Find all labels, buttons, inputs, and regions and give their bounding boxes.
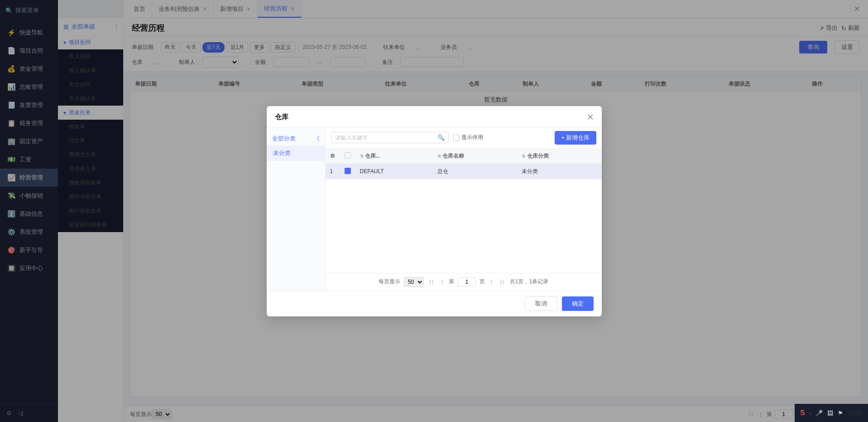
- tray-dot-icon: ·: [810, 410, 811, 417]
- tray-mic-icon: 🎤: [815, 410, 823, 417]
- modal-header: 仓库 ✕: [267, 106, 602, 127]
- modal-page-unit: 页: [480, 278, 485, 286]
- modal-first-page[interactable]: ⟨⟨: [427, 278, 436, 286]
- search-box: 🔍: [331, 132, 449, 143]
- warehouse-table-scroll: ⚙ ⇅ 仓库... ⇅: [326, 149, 602, 273]
- table-toolbar: 🔍 显示停用 + 新增仓库: [326, 127, 602, 149]
- modal-per-page-select[interactable]: 50: [404, 277, 424, 287]
- row-code: DEFAULT: [355, 164, 433, 179]
- show-disabled-checkbox[interactable]: [453, 135, 460, 141]
- category-panel: 全部分类 《 未分类: [267, 127, 326, 291]
- category-list: 未分类: [267, 146, 325, 161]
- modal-close-btn[interactable]: ✕: [587, 112, 594, 122]
- category-item-uncategorized[interactable]: 未分类: [267, 146, 325, 161]
- warehouse-row-1[interactable]: 1 DEFAULT 总仓 未分类: [326, 164, 602, 179]
- tray-flag-icon: ⚑: [838, 410, 843, 417]
- modal-title: 仓库: [275, 113, 288, 121]
- table-panel: 🔍 显示停用 + 新增仓库 ⚙: [326, 127, 602, 291]
- warehouse-modal: 仓库 ✕ 全部分类 《 未分类: [267, 106, 602, 316]
- col-warehouse-category: ⇅ 仓库分类: [517, 149, 601, 164]
- modal-footer: 取消 确定: [267, 291, 602, 316]
- modal-page-input[interactable]: [458, 277, 476, 286]
- warehouse-search-input[interactable]: [335, 135, 435, 141]
- warehouse-table: ⚙ ⇅ 仓库... ⇅: [326, 149, 602, 179]
- modal-pagination: 每页显示 50 ⟨⟨ ⟨ 第 页 ⟩ ⟩⟩ 共1页，1条记录: [326, 273, 602, 291]
- col-gear: ⚙: [326, 149, 340, 164]
- modal-per-page-label: 每页显示: [379, 278, 400, 286]
- row-index: 1: [326, 164, 340, 179]
- modal-overlay: 仓库 ✕ 全部分类 《 未分类: [0, 0, 868, 422]
- modal-prev-page[interactable]: ⟨: [439, 278, 445, 286]
- show-disabled-label[interactable]: 显示停用: [453, 134, 483, 141]
- modal-next-page[interactable]: ⟩: [489, 278, 494, 286]
- row-name: 总仓: [433, 164, 517, 179]
- col-warehouse-name: ⇅ 仓库名称: [433, 149, 517, 164]
- tray-s-icon: S: [800, 409, 805, 417]
- gear-icon[interactable]: ⚙: [330, 153, 335, 159]
- modal-total: 共1页，1条记录: [510, 278, 548, 286]
- search-icon[interactable]: 🔍: [437, 134, 445, 141]
- select-all-checkbox[interactable]: [345, 152, 351, 159]
- modal-page-label: 第: [449, 278, 454, 286]
- col-warehouse-code: ⇅ 仓库...: [355, 149, 433, 164]
- col-check: [340, 149, 355, 164]
- add-warehouse-btn[interactable]: + 新增仓库: [555, 131, 596, 145]
- category-collapse-icon[interactable]: 《: [314, 135, 320, 143]
- all-category-label: 全部分类: [272, 135, 296, 143]
- modal-body: 全部分类 《 未分类 🔍: [267, 127, 602, 291]
- row-checkbox: [340, 164, 355, 179]
- cancel-button[interactable]: 取消: [525, 296, 557, 311]
- system-time: 17:52: [848, 410, 863, 417]
- tray-img-icon: 🖼: [827, 410, 833, 417]
- row-select-checkbox[interactable]: [345, 168, 351, 174]
- confirm-button[interactable]: 确定: [562, 296, 594, 311]
- category-header[interactable]: 全部分类 《: [267, 132, 325, 146]
- modal-last-page[interactable]: ⟩⟩: [498, 278, 506, 286]
- system-tray: S · 🎤 🖼 ⚑ 17:52: [795, 404, 868, 422]
- row-category: 未分类: [517, 164, 601, 179]
